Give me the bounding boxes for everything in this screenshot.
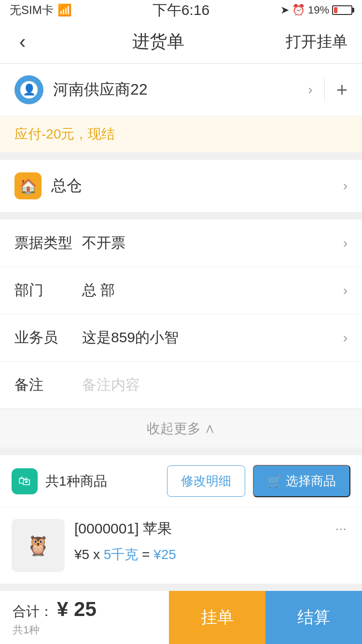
bottom-bar: 合计： ¥ 25 共1种 挂单 结算 <box>0 591 362 644</box>
alarm-icon: ⏰ <box>292 4 305 16</box>
hang-label: 挂单 <box>201 606 234 629</box>
supplier-avatar: 👤 <box>14 75 43 104</box>
vertical-divider <box>324 78 325 102</box>
open-hang-button[interactable]: 打开挂单 <box>286 31 348 53</box>
collapse-button[interactable]: 收起更多 ∧ <box>0 409 362 448</box>
settle-label: 结算 <box>297 606 330 629</box>
bill-type-label: 票据类型 <box>14 233 82 253</box>
select-product-label: 选择商品 <box>286 473 336 490</box>
price-equals: = <box>142 547 153 562</box>
product-info: [0000001] 苹果 ¥5 x 5千克 = ¥25 <box>74 519 322 564</box>
product-code: [0000001] <box>74 520 139 536</box>
products-header: 🛍 共1种商品 修改明细 🛒 选择商品 <box>0 455 362 507</box>
dept-value: 总 部 <box>82 280 343 300</box>
remark-input[interactable]: 备注内容 <box>82 375 348 395</box>
product-thumbnail: 🦉 <box>12 519 65 572</box>
bill-type-value: 不开票 <box>82 233 343 253</box>
notice-text: 应付-20元，现结 <box>14 126 115 141</box>
product-unit-price: ¥5 <box>74 547 89 562</box>
total-section: 合计： ¥ 25 共1种 <box>0 591 169 644</box>
status-right: ➤ ⏰ 19% <box>280 4 352 16</box>
product-title: 苹果 <box>143 520 172 536</box>
product-owl-icon: 🦉 <box>26 534 50 557</box>
dept-label: 部门 <box>14 280 82 300</box>
total-label: 合计： <box>13 602 53 621</box>
supplier-row[interactable]: 👤 河南供应商22 › + <box>0 64 362 116</box>
status-bar: 无SIM卡 📶 下午6:16 ➤ ⏰ 19% <box>0 0 362 20</box>
total-amount: ¥ 25 <box>57 598 97 621</box>
warehouse-icon: 🏠 <box>14 172 42 199</box>
location-icon: ➤ <box>280 4 289 16</box>
wifi-icon: 📶 <box>57 3 72 17</box>
total-count: 共1种 <box>13 623 156 637</box>
warehouse-chevron-icon: › <box>343 178 348 194</box>
product-total: ¥25 <box>153 547 176 562</box>
notice-bar: 应付-20元，现结 <box>0 116 362 152</box>
supplier-chevron-icon: › <box>308 82 312 98</box>
product-name: [0000001] 苹果 <box>74 519 322 539</box>
collapse-label: 收起更多 ∧ <box>147 420 216 438</box>
warehouse-section: 🏠 总仓 › <box>0 160 362 212</box>
dept-row[interactable]: 部门 总 部 › <box>0 267 362 314</box>
salesman-chevron-icon: › <box>343 330 348 346</box>
select-product-button[interactable]: 🛒 选择商品 <box>253 465 350 497</box>
salesman-value: 这是859的小智 <box>82 328 343 348</box>
products-icon: 🛍 <box>12 468 38 494</box>
cart-small-icon: 🛍 <box>18 474 31 489</box>
remark-label: 备注 <box>14 375 82 395</box>
content: 👤 河南供应商22 › + 应付-20元，现结 🏠 总仓 › 票据类型 不开票 … <box>0 64 362 644</box>
price-multiply: x <box>93 547 104 562</box>
add-supplier-button[interactable]: + <box>336 79 348 101</box>
form-section: 票据类型 不开票 › 部门 总 部 › 业务员 这是859的小智 › 备注 备注… <box>0 220 362 448</box>
settle-button[interactable]: 结算 <box>265 591 362 644</box>
total-row: 合计： ¥ 25 <box>13 598 156 621</box>
battery-percent: 19% <box>308 4 329 16</box>
dept-chevron-icon: › <box>343 283 348 298</box>
product-more-button[interactable]: ··· <box>332 519 350 538</box>
product-qty: 5千克 <box>104 547 139 562</box>
hang-button[interactable]: 挂单 <box>169 591 265 644</box>
page-title: 进货单 <box>132 30 184 54</box>
edit-detail-button[interactable]: 修改明细 <box>167 465 245 497</box>
salesman-row[interactable]: 业务员 这是859的小智 › <box>0 314 362 362</box>
bill-type-chevron-icon: › <box>343 236 348 251</box>
product-item: 🦉 [0000001] 苹果 ¥5 x 5千克 = ¥25 ··· <box>0 507 362 584</box>
back-button[interactable]: ‹ <box>14 26 30 57</box>
supplier-section: 👤 河南供应商22 › + 应付-20元，现结 <box>0 64 362 152</box>
salesman-label: 业务员 <box>14 328 82 348</box>
nav-bar: ‹ 进货单 打开挂单 <box>0 20 362 64</box>
status-time: 下午6:16 <box>153 0 209 20</box>
supplier-name: 河南供应商22 <box>53 79 308 100</box>
avatar-icon: 👤 <box>20 81 38 98</box>
status-left: 无SIM卡 📶 <box>10 2 72 18</box>
bill-type-row[interactable]: 票据类型 不开票 › <box>0 220 362 267</box>
carrier-label: 无SIM卡 <box>10 2 54 18</box>
select-cart-icon: 🛒 <box>267 475 282 488</box>
battery-icon <box>332 5 352 15</box>
warehouse-name: 总仓 <box>51 175 82 196</box>
products-section: 🛍 共1种商品 修改明细 🛒 选择商品 🦉 [0000001] 苹果 ¥5 <box>0 455 362 584</box>
product-count-text: 共1种商品 <box>45 472 159 490</box>
product-price-row: ¥5 x 5千克 = ¥25 <box>74 546 322 564</box>
warehouse-row[interactable]: 🏠 总仓 › <box>0 160 362 212</box>
remark-row[interactable]: 备注 备注内容 <box>0 362 362 409</box>
